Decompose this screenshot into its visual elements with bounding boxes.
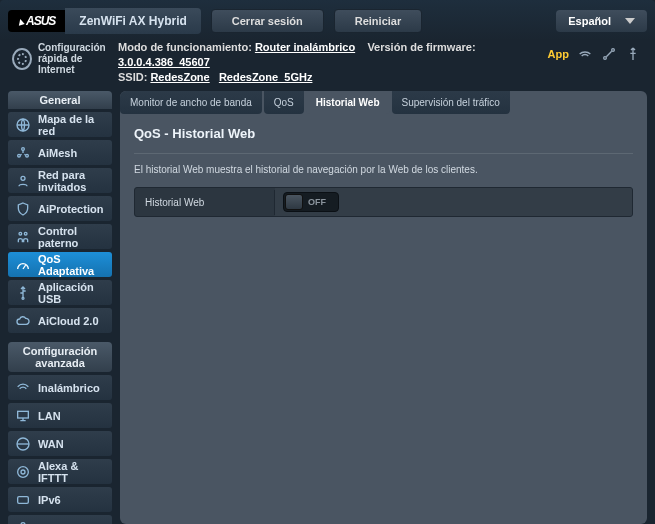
status-icons: App (548, 40, 647, 62)
wifi-icon[interactable] (577, 46, 593, 62)
logout-button[interactable]: Cerrar sesión (211, 9, 324, 33)
voice-icon (14, 463, 32, 481)
language-label: Español (568, 15, 611, 27)
lan-icon (14, 407, 32, 425)
sidebar-item-wireless[interactable]: Inalámbrico (8, 375, 112, 400)
svg-point-9 (22, 297, 24, 299)
tab-bar: Monitor de ancho de banda QoS Historial … (120, 91, 647, 114)
tab-qos[interactable]: QoS (264, 91, 304, 114)
mode-value-link[interactable]: Router inalámbrico (255, 41, 355, 53)
tab-bandwidth-monitor[interactable]: Monitor de ancho de banda (120, 91, 262, 114)
svg-point-12 (18, 466, 29, 477)
sidebar-item-lan[interactable]: LAN (8, 403, 112, 428)
mesh-icon (14, 144, 32, 162)
family-icon (14, 228, 32, 246)
svg-point-3 (22, 147, 25, 150)
sidebar-item-label: Red para invitados (38, 169, 106, 193)
sidebar-item-alexa-ifttt[interactable]: Alexa & IFTTT (8, 459, 112, 484)
sidebar-item-label: Mapa de la red (38, 113, 106, 137)
svg-rect-14 (18, 496, 29, 503)
app-link[interactable]: App (548, 48, 569, 60)
sidebar-item-label: AiMesh (38, 147, 77, 159)
firmware-value-link[interactable]: 3.0.0.4.386_45607 (118, 56, 210, 68)
panel-description: El historial Web muestra el historial de… (134, 154, 633, 187)
panel-title: QoS - Historial Web (134, 126, 633, 154)
gear-icon (12, 48, 32, 70)
toggle-knob (285, 194, 303, 210)
setting-row-web-history: Historial Web OFF (134, 187, 633, 217)
svg-point-0 (604, 57, 607, 60)
brand-logo: ASUS (8, 10, 65, 32)
sidebar-item-label: QoS Adaptativa (38, 253, 106, 277)
toggle-state: OFF (304, 197, 326, 207)
sidebar-item-aimesh[interactable]: AiMesh (8, 140, 112, 165)
web-history-toggle[interactable]: OFF (283, 192, 339, 212)
sidebar-item-network-map[interactable]: Mapa de la red (8, 112, 112, 137)
quick-internet-setup[interactable]: Configuración rápida de Internet (8, 40, 112, 75)
sidebar-item-label: Aplicación USB (38, 281, 106, 305)
router-info: Modo de funcionamiento: Router inalámbri… (112, 40, 548, 85)
mode-label: Modo de funcionamiento: (118, 41, 252, 53)
top-bar: ASUS ZenWiFi AX Hybrid Cerrar sesión Rei… (8, 6, 647, 36)
sidebar-section-general: General (8, 91, 112, 109)
product-name: ZenWiFi AX Hybrid (65, 8, 200, 34)
sidebar-item-parental-control[interactable]: Control paterno (8, 224, 112, 249)
sidebar-item-ipv6[interactable]: IPv6 (8, 487, 112, 512)
info-bar: Configuración rápida de Internet Modo de… (8, 36, 647, 91)
wifi-icon (14, 379, 32, 397)
sidebar-item-label: Control paterno (38, 225, 106, 249)
quick-config-line2: rápida de Internet (38, 53, 112, 75)
tab-traffic-analyzer[interactable]: Supervisión del tráfico (392, 91, 510, 114)
sidebar-item-guest-network[interactable]: Red para invitados (8, 168, 112, 193)
meter-icon (14, 256, 32, 274)
sidebar-section-advanced: Configuración avanzada (8, 342, 112, 372)
sidebar-item-aicloud[interactable]: AiCloud 2.0 (8, 308, 112, 333)
svg-point-6 (21, 176, 25, 180)
sidebar: General Mapa de la red AiMesh Red para i… (8, 91, 112, 524)
vpn-icon (14, 519, 32, 525)
sidebar-item-wan[interactable]: WAN (8, 431, 112, 456)
sidebar-item-label: WAN (38, 438, 64, 450)
quick-config-line1: Configuración (38, 42, 112, 53)
svg-point-13 (21, 470, 25, 474)
sidebar-item-aiprotection[interactable]: AiProtection (8, 196, 112, 221)
usb-icon (14, 284, 32, 302)
sidebar-item-label: AiCloud 2.0 (38, 315, 99, 327)
cloud-icon (14, 312, 32, 330)
sidebar-item-label: Alexa & IFTTT (38, 460, 106, 484)
chevron-down-icon (625, 18, 635, 24)
sidebar-item-label: IPv6 (38, 494, 61, 506)
svg-point-7 (19, 232, 22, 235)
firmware-label: Versión de firmware: (367, 41, 475, 53)
svg-point-1 (612, 49, 615, 52)
language-selector[interactable]: Español (556, 10, 647, 32)
content-panel: Monitor de ancho de banda QoS Historial … (120, 91, 647, 524)
tab-web-history[interactable]: Historial Web (306, 91, 390, 114)
sidebar-item-adaptive-qos[interactable]: QoS Adaptativa (8, 252, 112, 277)
sidebar-item-vpn[interactable]: VPN (8, 515, 112, 524)
sidebar-item-usb-app[interactable]: Aplicación USB (8, 280, 112, 305)
ssid-2-link[interactable]: RedesZone_5GHz (219, 71, 313, 83)
setting-label: Historial Web (135, 190, 275, 215)
wan-icon (14, 435, 32, 453)
globe-icon (14, 116, 32, 134)
ipv6-icon (14, 491, 32, 509)
ssid-label: SSID: (118, 71, 147, 83)
sidebar-item-label: AiProtection (38, 203, 103, 215)
shield-icon (14, 200, 32, 218)
ssid-1-link[interactable]: RedesZone (150, 71, 209, 83)
svg-rect-10 (18, 411, 29, 418)
network-icon[interactable] (601, 46, 617, 62)
sidebar-item-label: LAN (38, 410, 61, 422)
svg-point-5 (26, 154, 29, 157)
svg-point-8 (24, 232, 27, 235)
sidebar-item-label: Inalámbrico (38, 382, 100, 394)
usb-icon[interactable] (625, 46, 641, 62)
reboot-button[interactable]: Reiniciar (334, 9, 422, 33)
guest-icon (14, 172, 32, 190)
svg-point-4 (18, 154, 21, 157)
